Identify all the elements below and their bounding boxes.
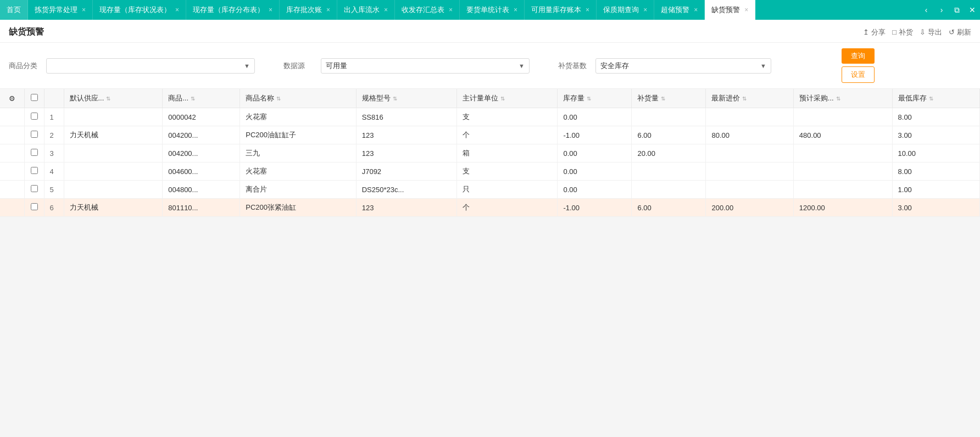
close-icon-expiry-query[interactable]: × xyxy=(643,6,647,14)
sort-icon-goods-code: ⇅ xyxy=(191,96,195,102)
nav-prev-button[interactable]: ‹ xyxy=(918,0,934,20)
nav-close-button[interactable]: ✕ xyxy=(965,0,980,20)
column-latest-price[interactable]: 最新进价 ⇅ xyxy=(706,89,793,108)
cell-minstock-5: 3.00 xyxy=(892,199,979,217)
nav-label-receive-summary: 收发存汇总表 xyxy=(402,5,444,15)
replenish-base-label: 补货基数 xyxy=(558,61,591,71)
cell-goodsname-3: 火花塞 xyxy=(240,163,356,181)
nav-item-inventory-status[interactable]: 现存量（库存状况表） × xyxy=(93,0,186,20)
nav-restore-button[interactable]: ⧉ xyxy=(949,0,965,20)
query-button[interactable]: 查询 xyxy=(842,48,875,64)
column-gear[interactable]: ⚙ xyxy=(0,89,24,108)
close-icon-abnormal[interactable]: × xyxy=(82,6,86,14)
cell-estimatedpurchase-3 xyxy=(793,163,892,181)
column-spec-model[interactable]: 规格型号 ⇅ xyxy=(356,89,456,108)
close-icon-inventory-status[interactable]: × xyxy=(175,6,179,14)
cell-goodsname-5: PC200张紧油缸 xyxy=(240,199,356,217)
nav-item-inout-flow[interactable]: 出入库流水 × xyxy=(337,0,395,20)
nav-arrows: ‹ › ⧉ ✕ xyxy=(918,0,980,20)
column-checkbox xyxy=(24,89,44,108)
datasource-select[interactable]: 可用量 ▼ xyxy=(321,58,530,74)
cell-estimatedpurchase-2 xyxy=(793,144,892,163)
cell-latestprice-0 xyxy=(706,108,793,126)
sort-icon-spec-model: ⇅ xyxy=(393,96,397,102)
cell-gear-2 xyxy=(0,144,24,163)
nav-item-batch-account[interactable]: 库存批次账 × xyxy=(280,0,337,20)
row-checkbox-4[interactable] xyxy=(31,185,38,192)
nav-next-button[interactable]: › xyxy=(934,0,949,20)
cell-goodscode-2: 004200... xyxy=(163,144,240,163)
gear-icon: ⚙ xyxy=(9,94,15,103)
nav-item-abnormal[interactable]: 拣货异常处理 × xyxy=(28,0,93,20)
col-label-spec-model: 规格型号 xyxy=(362,93,391,103)
close-icon-available-ledger[interactable]: × xyxy=(586,6,589,14)
nav-item-available-ledger[interactable]: 可用量库存账本 × xyxy=(525,0,597,20)
category-select[interactable]: ▼ xyxy=(46,58,255,74)
column-replenish-qty[interactable]: 补货量 ⇅ xyxy=(632,89,706,108)
replenish-base-select[interactable]: 安全库存 ▼ xyxy=(595,58,771,74)
nav-label-overstock: 超储预警 xyxy=(661,5,689,15)
table-row: 3 004200... 三九 123 箱 0.00 20.00 10.00 xyxy=(0,144,980,163)
column-min-stock[interactable]: 最低库存 ⇅ xyxy=(892,89,979,108)
col-label-goods-code: 商品... xyxy=(168,93,188,103)
cell-checkbox-5[interactable] xyxy=(24,199,44,217)
row-checkbox-5[interactable] xyxy=(31,203,38,210)
row-checkbox-3[interactable] xyxy=(31,167,38,174)
setting-button[interactable]: 设置 xyxy=(842,66,875,83)
column-default-supplier[interactable]: 默认供应... ⇅ xyxy=(64,89,163,108)
cell-latestprice-4 xyxy=(706,181,793,199)
cell-checkbox-3[interactable] xyxy=(24,163,44,181)
close-icon-inout-flow[interactable]: × xyxy=(384,6,388,14)
close-icon-shortage[interactable]: × xyxy=(744,6,748,14)
sort-icon-unit: ⇅ xyxy=(500,96,505,102)
nav-item-expiry-query[interactable]: 保质期查询 × xyxy=(597,0,654,20)
refresh-button[interactable]: ↺ 刷新 xyxy=(949,27,971,37)
cell-rownum-1: 2 xyxy=(44,126,64,144)
column-stock-qty[interactable]: 库存量 ⇅ xyxy=(558,89,632,108)
cell-checkbox-1[interactable] xyxy=(24,126,44,144)
export-button[interactable]: ⇩ 导出 xyxy=(920,27,942,37)
nav-label-batch-account: 库存批次账 xyxy=(286,5,322,15)
row-checkbox-2[interactable] xyxy=(31,149,38,156)
select-all-checkbox[interactable] xyxy=(31,94,38,101)
nav-label-available-ledger: 可用量库存账本 xyxy=(531,5,581,15)
share-label: 分享 xyxy=(871,27,886,37)
replenish-button[interactable]: □ 补货 xyxy=(892,27,913,37)
nav-label-abnormal: 拣货异常处理 xyxy=(35,5,77,15)
column-unit[interactable]: 主计量单位 ⇅ xyxy=(456,89,558,108)
cell-goodscode-0: 0000042 xyxy=(163,108,240,126)
table-row: 6 力天机械 801110... PC200张紧油缸 123 个 -1.00 6… xyxy=(0,199,980,217)
cell-goodscode-5: 801110... xyxy=(163,199,240,217)
cell-checkbox-2[interactable] xyxy=(24,144,44,163)
cell-supplier-1: 力天机械 xyxy=(64,126,163,144)
row-checkbox-1[interactable] xyxy=(31,131,38,138)
row-checkbox-0[interactable] xyxy=(31,113,38,120)
cell-estimatedpurchase-5: 1200.00 xyxy=(793,199,892,217)
table-header-row: ⚙ 默认供应... ⇅ 商品... xyxy=(0,89,980,108)
nav-item-shortage[interactable]: 缺货预警 × xyxy=(705,0,755,20)
nav-item-home[interactable]: 首页 xyxy=(0,0,28,20)
close-icon-batch-account[interactable]: × xyxy=(326,6,330,14)
column-estimated-purchase[interactable]: 预计采购... ⇅ xyxy=(793,89,892,108)
close-icon-overstock[interactable]: × xyxy=(694,6,698,14)
nav-label-inventory-dist: 现存量（库存分布表） xyxy=(193,5,264,15)
close-icon-receive-summary[interactable]: × xyxy=(449,6,453,14)
nav-item-overstock[interactable]: 超储预警 × xyxy=(654,0,705,20)
nav-item-inventory-dist[interactable]: 现存量（库存分布表） × xyxy=(186,0,280,20)
cell-unit-5: 个 xyxy=(456,199,558,217)
sort-icon-estimated-purchase: ⇅ xyxy=(836,96,840,102)
cell-estimatedpurchase-1: 480.00 xyxy=(793,126,892,144)
column-goods-code[interactable]: 商品... ⇅ xyxy=(163,89,240,108)
page-header: 缺货预警 ↥ 分享 □ 补货 ⇩ 导出 ↺ 刷新 xyxy=(0,20,980,43)
nav-item-order-stats[interactable]: 要货单统计表 × xyxy=(460,0,525,20)
close-icon-inventory-dist[interactable]: × xyxy=(269,6,272,14)
nav-item-receive-summary[interactable]: 收发存汇总表 × xyxy=(395,0,460,20)
cell-latestprice-1: 80.00 xyxy=(706,126,793,144)
cell-unit-3: 支 xyxy=(456,163,558,181)
share-button[interactable]: ↥ 分享 xyxy=(863,27,886,37)
cell-checkbox-0[interactable] xyxy=(24,108,44,126)
cell-checkbox-4[interactable] xyxy=(24,181,44,199)
column-goods-name[interactable]: 商品名称 ⇅ xyxy=(240,89,356,108)
close-icon-order-stats[interactable]: × xyxy=(514,6,517,14)
cell-goodsname-4: 离合片 xyxy=(240,181,356,199)
